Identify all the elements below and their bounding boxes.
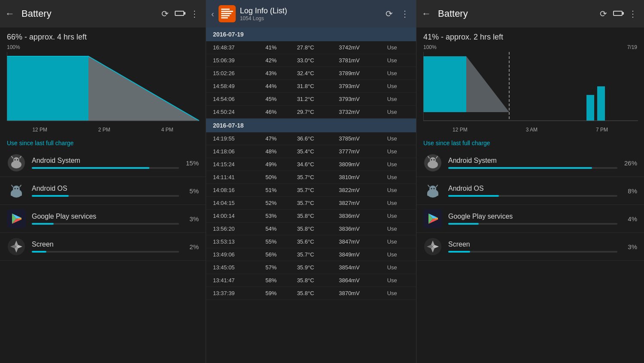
right-menu-icon[interactable]: ⋮ — [627, 7, 639, 21]
menu-icon[interactable]: ⋮ — [188, 7, 200, 21]
app-item-android-system-right[interactable]: Android System 26% — [416, 149, 644, 177]
app-item-android-system-left[interactable]: Android System 15% — [0, 149, 206, 177]
log-scroll-area[interactable]: 2016-07-19 16:48:37 41% 27.8°C 3742mV Us… — [206, 27, 416, 363]
log-pct: 55% — [262, 235, 293, 248]
log-mv: 3742mV — [335, 41, 383, 54]
log-pct: 51% — [262, 184, 293, 197]
svg-line-16 — [12, 185, 13, 187]
app-item-screen-right[interactable]: Screen 3% — [416, 233, 644, 261]
log-table-row[interactable]: 16:48:37 41% 27.8°C 3742mV Use — [206, 41, 416, 54]
log-table-row[interactable]: 13:37:39 59% 35.8°C 3870mV Use — [206, 287, 416, 300]
log-table-row[interactable]: 15:06:39 42% 33.0°C 3781mV Use — [206, 54, 416, 67]
left-chart-labels-top: 100% — [7, 44, 199, 52]
log-table-1: 16:48:37 41% 27.8°C 3742mV Use 15:06:39 … — [206, 41, 416, 119]
log-action: Use — [384, 197, 416, 210]
svg-rect-26 — [221, 13, 231, 14]
app-bar-track-system-left — [32, 167, 179, 169]
app-name-screen-left: Screen — [32, 241, 179, 248]
log-temp: 35.8°C — [294, 210, 336, 223]
log-menu-icon[interactable]: ⋮ — [399, 7, 411, 21]
log-temp: 36.6°C — [294, 132, 336, 145]
log-action: Use — [384, 261, 416, 274]
app-bar-track-play-left — [32, 223, 179, 225]
log-table-row[interactable]: 13:41:47 58% 35.8°C 3864mV Use — [206, 274, 416, 287]
app-item-screen-left[interactable]: Screen 2% — [0, 233, 206, 261]
log-time: 13:45:05 — [206, 261, 262, 274]
app-bar-fill-play-right — [448, 223, 479, 225]
app-percent-android-right: 8% — [622, 187, 637, 195]
app-percent-system-right: 26% — [622, 159, 637, 167]
log-pct: 48% — [262, 145, 293, 158]
log-temp: 35.8°C — [294, 223, 336, 235]
log-title: Log Info (List) — [240, 6, 380, 15]
svg-point-47 — [434, 188, 435, 189]
app-item-android-os-left[interactable]: Android OS 5% — [0, 177, 206, 205]
back-icon[interactable]: ← — [5, 8, 15, 19]
log-table-row[interactable]: 14:08:16 51% 35.7°C 3822mV Use — [206, 184, 416, 197]
log-table-row[interactable]: 13:56:20 54% 35.8°C 3836mV Use — [206, 223, 416, 235]
log-pct: 47% — [262, 132, 293, 145]
log-mv: 3864mV — [335, 274, 383, 287]
log-table-row[interactable]: 14:18:06 48% 35.4°C 3777mV Use — [206, 145, 416, 158]
log-table-row[interactable]: 14:11:41 50% 35.7°C 3810mV Use — [206, 171, 416, 184]
svg-rect-51 — [437, 192, 438, 196]
log-action: Use — [384, 54, 416, 67]
log-table-row[interactable]: 13:45:05 57% 35.9°C 3854mV Use — [206, 261, 416, 274]
log-table-row[interactable]: 14:04:15 52% 35.7°C 3827mV Use — [206, 197, 416, 210]
svg-point-7 — [13, 157, 19, 163]
app-icon-screen-left — [7, 237, 26, 256]
app-name-android-right: Android OS — [448, 185, 617, 192]
log-table-row[interactable]: 13:53:13 55% 35.6°C 3847mV Use — [206, 235, 416, 248]
log-table-row[interactable]: 14:58:49 44% 31.8°C 3793mV Use — [206, 80, 416, 93]
svg-point-13 — [13, 186, 20, 192]
svg-marker-0 — [7, 56, 88, 121]
log-time: 14:19:55 — [206, 132, 262, 145]
app-item-play-left[interactable]: Google Play services 3% — [0, 205, 206, 233]
log-table-row[interactable]: 15:02:26 43% 32.4°C 3789mV Use — [206, 67, 416, 80]
app-item-android-os-right[interactable]: Android OS 8% — [416, 177, 644, 205]
right-app-list: Android System 26% — [416, 149, 644, 363]
refresh-icon[interactable]: ⟳ — [160, 7, 170, 21]
log-table-row[interactable]: 14:15:24 49% 34.6°C 3809mV Use — [206, 158, 416, 171]
app-icon-system-left — [7, 153, 26, 172]
right-refresh-icon[interactable]: ⟳ — [598, 7, 609, 21]
app-info-screen-right: Screen — [448, 241, 617, 253]
app-icon-screen-right — [423, 237, 442, 256]
app-info-android-left: Android OS — [32, 185, 179, 197]
log-time: 14:50:24 — [206, 106, 262, 119]
app-icon-android-right — [423, 181, 442, 200]
log-mv: 3810mV — [335, 171, 383, 184]
app-info-play-right: Google Play services — [448, 213, 617, 225]
right-use-since: Use since last full charge — [416, 136, 644, 149]
right-battery-icon — [613, 10, 623, 18]
log-time: 13:56:20 — [206, 223, 262, 235]
log-action: Use — [384, 184, 416, 197]
log-table-row[interactable]: 14:19:55 47% 36.6°C 3785mV Use — [206, 132, 416, 145]
right-x-label-3: 7 PM — [596, 127, 608, 133]
log-back-icon[interactable]: ‹ — [211, 9, 214, 19]
log-refresh-icon[interactable]: ⟳ — [384, 7, 395, 21]
log-table-row[interactable]: 14:50:24 46% 29.7°C 3732mV Use — [206, 106, 416, 119]
svg-rect-31 — [586, 95, 594, 121]
log-pct: 52% — [262, 197, 293, 210]
app-name-screen-right: Screen — [448, 241, 617, 248]
log-pct: 50% — [262, 171, 293, 184]
log-table-row[interactable]: 14:00:14 53% 35.8°C 3836mV Use — [206, 210, 416, 223]
log-mv: 3836mV — [335, 223, 383, 235]
right-chart-labels-top: 100% 7/19 — [423, 44, 637, 52]
log-action: Use — [384, 106, 416, 119]
app-name-system-left: Android System — [32, 157, 179, 165]
svg-rect-27 — [221, 15, 230, 16]
log-temp: 35.7°C — [294, 171, 336, 184]
log-table-row[interactable]: 14:54:06 45% 31.2°C 3793mV Use — [206, 93, 416, 106]
log-temp: 35.7°C — [294, 197, 336, 210]
svg-rect-18 — [11, 192, 12, 196]
log-table-row[interactable]: 13:49:06 56% 35.7°C 3849mV Use — [206, 248, 416, 261]
log-action: Use — [384, 287, 416, 300]
log-pct: 58% — [262, 274, 293, 287]
app-item-play-right[interactable]: Google Play services 4% — [416, 205, 644, 233]
log-temp: 35.7°C — [294, 184, 336, 197]
log-mv: 3822mV — [335, 184, 383, 197]
right-back-icon[interactable]: ← — [422, 8, 431, 19]
app-info-play-left: Google Play services — [32, 213, 179, 225]
